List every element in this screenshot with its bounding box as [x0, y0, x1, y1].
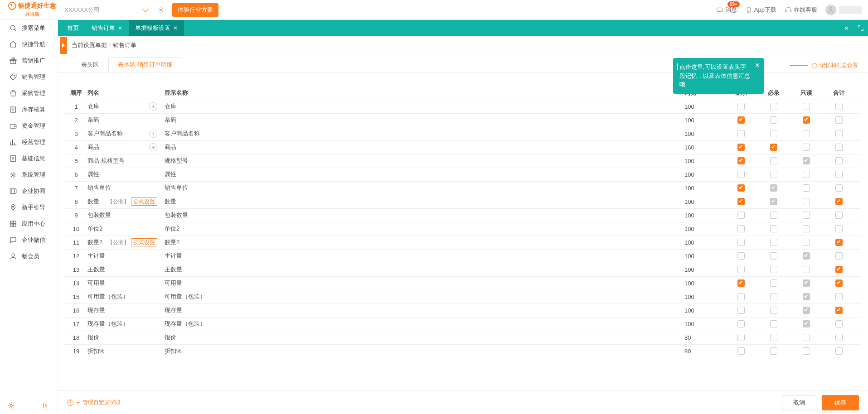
cancel-button[interactable]: 取消	[782, 395, 816, 410]
manage-custom-fields-link[interactable]: ? 管理自定义字段	[67, 399, 121, 406]
sidebar-settings-button[interactable]	[7, 401, 15, 411]
add-column-button[interactable]: +	[149, 102, 157, 111]
messages-link[interactable]: 消息 99+	[716, 6, 737, 14]
checkbox[interactable]	[770, 334, 777, 341]
cell-width[interactable]: 100	[684, 195, 725, 208]
checkbox[interactable]	[835, 347, 843, 355]
checkbox[interactable]	[737, 171, 745, 178]
checkbox[interactable]	[835, 293, 843, 300]
sidebar-item-business[interactable]: 经营管理	[0, 134, 58, 150]
checkbox[interactable]	[835, 157, 843, 164]
cell-width[interactable]: 100	[684, 263, 725, 276]
sidebar-item-search[interactable]: 搜索菜单	[0, 20, 58, 36]
checkbox[interactable]	[737, 334, 745, 341]
checkbox[interactable]	[770, 157, 777, 164]
checkbox[interactable]	[737, 184, 745, 192]
cell-display[interactable]: 仓库	[164, 100, 684, 113]
checkbox[interactable]	[737, 103, 745, 110]
sidebar-item-purchase[interactable]: 采购管理	[0, 85, 58, 101]
cell-width[interactable]: 100	[684, 236, 725, 249]
checkbox[interactable]	[803, 198, 810, 205]
checkbox[interactable]	[803, 116, 810, 124]
cell-display[interactable]: 客户商品名称	[164, 127, 684, 140]
checkbox[interactable]	[835, 252, 843, 260]
tab-close-icon[interactable]: ✕	[173, 25, 178, 31]
formula-setting-button[interactable]: 公式设置	[131, 238, 157, 246]
cell-width[interactable]: 80	[684, 331, 725, 344]
sidebar-item-wecom[interactable]: 企业微信	[0, 232, 58, 248]
checkbox[interactable]	[803, 171, 810, 178]
cell-width[interactable]: 100	[684, 303, 725, 317]
checkbox[interactable]	[737, 116, 745, 124]
sidebar-item-marketing[interactable]: 营销推广	[0, 53, 58, 69]
checkbox[interactable]	[835, 184, 843, 192]
cell-width[interactable]: 100	[684, 127, 725, 140]
checkbox[interactable]	[803, 334, 810, 341]
checkbox[interactable]	[835, 225, 843, 232]
checkbox[interactable]	[737, 198, 745, 205]
settings-button[interactable]	[156, 5, 166, 15]
cell-display[interactable]: 现存量	[164, 303, 684, 317]
cell-display[interactable]: 现存量（包装）	[164, 317, 684, 331]
checkbox[interactable]	[770, 171, 777, 178]
sidebar-item-member[interactable]: 畅会员	[0, 248, 58, 265]
checkbox[interactable]	[835, 198, 843, 205]
cell-display[interactable]: 数量2	[164, 236, 684, 249]
cell-display[interactable]: 条码	[164, 113, 684, 127]
cell-display[interactable]: 报价	[164, 331, 684, 344]
app-download-link[interactable]: App下载	[745, 6, 776, 14]
checkbox[interactable]	[770, 144, 777, 151]
panel-collapse-handle[interactable]	[60, 37, 67, 54]
cell-display[interactable]: 包装数量	[164, 208, 684, 222]
cell-display[interactable]: 可用量	[164, 276, 684, 290]
trial-plan-button[interactable]: 体验行业方案	[172, 3, 218, 17]
online-service-link[interactable]: 在线客服	[785, 6, 817, 14]
formula-setting-button[interactable]: 公式设置	[131, 197, 157, 206]
checkbox[interactable]	[803, 225, 810, 232]
subtab-表头区[interactable]: 表头区	[72, 57, 108, 72]
checkbox[interactable]	[803, 130, 810, 137]
save-button[interactable]: 保存	[822, 395, 859, 410]
sidebar-item-fund[interactable]: 资金管理	[0, 118, 58, 134]
checkbox[interactable]	[770, 212, 777, 219]
checkbox[interactable]	[803, 266, 810, 273]
checkbox[interactable]	[770, 116, 777, 124]
cell-display[interactable]: 属性	[164, 168, 684, 181]
cell-width[interactable]: 100	[684, 222, 725, 236]
sidebar-item-guide[interactable]: 新手引导	[0, 199, 58, 216]
checkbox[interactable]	[835, 307, 843, 314]
checkbox[interactable]	[737, 307, 745, 314]
company-select[interactable]: XXXXXX公司	[61, 3, 151, 17]
checkbox[interactable]	[835, 334, 843, 341]
add-column-button[interactable]: +	[149, 130, 157, 138]
subtab-表体区-销售订单明细[interactable]: 表体区-销售订单明细	[108, 57, 182, 72]
checkbox[interactable]	[835, 130, 843, 137]
checkbox[interactable]	[835, 266, 843, 273]
tab-单据模板设置[interactable]: 单据模板设置✕	[129, 20, 184, 36]
cell-width[interactable]: 100	[684, 249, 725, 263]
cell-display[interactable]: 规格型号	[164, 154, 684, 168]
cell-width[interactable]: 100	[684, 317, 725, 331]
cell-width[interactable]: 100	[684, 113, 725, 127]
checkbox[interactable]	[835, 103, 843, 110]
checkbox[interactable]	[835, 320, 843, 327]
checkbox[interactable]	[835, 279, 843, 287]
checkbox[interactable]	[770, 130, 777, 137]
sidebar-item-quicknav[interactable]: 快捷导航	[0, 36, 58, 53]
checkbox[interactable]	[803, 144, 810, 151]
checkbox[interactable]	[835, 144, 843, 151]
cell-display[interactable]: 可用量（包装）	[164, 290, 684, 303]
cell-width[interactable]: 100	[684, 154, 725, 168]
checkbox[interactable]	[737, 347, 745, 355]
checkbox[interactable]	[835, 212, 843, 219]
tab-close-icon[interactable]: ✕	[118, 25, 122, 31]
cell-width[interactable]: 100	[684, 276, 725, 290]
tab-close-all-button[interactable]: ✕	[839, 20, 853, 36]
user-avatar[interactable]	[825, 5, 862, 15]
checkbox[interactable]	[835, 171, 843, 178]
checkbox[interactable]	[770, 225, 777, 232]
checkbox[interactable]	[737, 130, 745, 137]
cell-width[interactable]: 100	[684, 181, 725, 195]
checkbox[interactable]	[737, 279, 745, 287]
sidebar-item-collab[interactable]: 企业协同	[0, 183, 58, 199]
